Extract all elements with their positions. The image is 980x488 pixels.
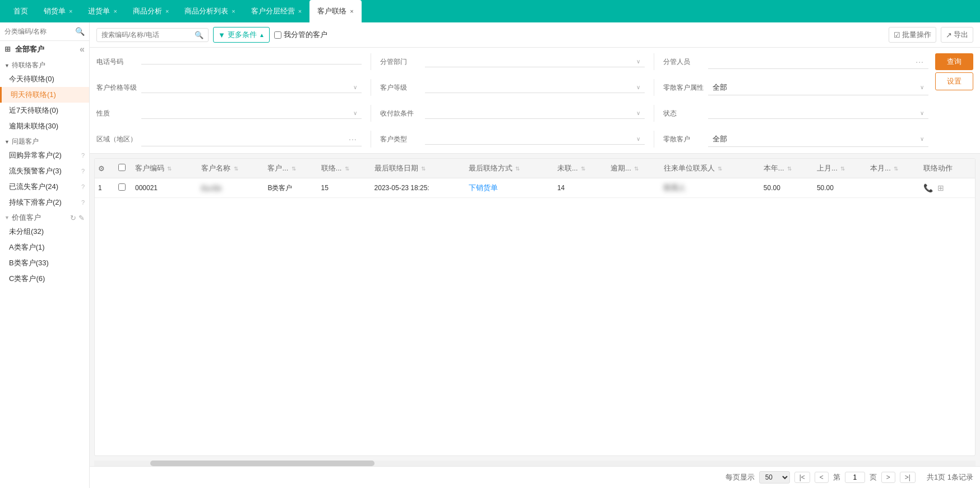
filter-retail-attr-select[interactable]: 全部 ∨ bbox=[708, 80, 928, 95]
reset-btn[interactable]: 设置 bbox=[935, 72, 973, 90]
filter-customer-type: 客户类型 ∨ bbox=[380, 133, 645, 145]
col-this-year[interactable]: 本年... ⇅ bbox=[760, 159, 813, 178]
my-customers-checkbox[interactable] bbox=[274, 31, 281, 39]
filter-price-level-select[interactable]: ∨ bbox=[141, 82, 362, 93]
filter-phone-input[interactable] bbox=[141, 59, 362, 65]
nav-home[interactable]: 首页 bbox=[6, 0, 36, 22]
cell-last-method[interactable]: 下销货单 bbox=[465, 178, 554, 198]
last-page-btn[interactable]: >| bbox=[900, 472, 916, 483]
col-type[interactable]: 客户... ⇅ bbox=[264, 159, 317, 178]
col-unlinked[interactable]: 未联... ⇅ bbox=[554, 159, 607, 178]
row-phone-icon[interactable]: 📞 bbox=[923, 183, 933, 192]
next-page-btn[interactable]: > bbox=[881, 472, 895, 483]
cell-overdue bbox=[607, 178, 660, 198]
sidebar-group-pending: 待联络客户 bbox=[0, 58, 89, 71]
col-name[interactable]: 客户名称 ⇅ bbox=[198, 159, 264, 178]
sidebar-search-icon[interactable]: 🔍 bbox=[75, 27, 85, 36]
filter-status-select[interactable]: ∨ bbox=[708, 108, 928, 119]
col-gear[interactable]: ⚙ bbox=[95, 159, 115, 178]
batch-op-btn[interactable]: ☑ 批量操作 bbox=[889, 27, 936, 43]
search-icon[interactable]: 🔍 bbox=[195, 31, 204, 39]
sidebar-item-class-b[interactable]: B类客户(33) bbox=[0, 255, 89, 271]
col-check bbox=[115, 159, 132, 178]
select-all-checkbox[interactable] bbox=[118, 164, 126, 171]
all-customers-header[interactable]: ⊞ 全部客户 « bbox=[0, 41, 89, 58]
nav-analysis-list[interactable]: 商品分析列表 × bbox=[177, 0, 243, 22]
filter-dept-select[interactable]: ∨ bbox=[425, 56, 645, 67]
nav-close-purchase[interactable]: × bbox=[113, 8, 117, 15]
nav-sales[interactable]: 销货单 × bbox=[36, 0, 80, 22]
filter-customer-type-select[interactable]: ∨ bbox=[425, 133, 645, 145]
my-customers-checkbox-area[interactable]: 我分管的客户 bbox=[274, 30, 327, 40]
cell-last-date: 2023-05-23 18:25: bbox=[371, 178, 465, 198]
cell-index: 1 bbox=[95, 178, 115, 198]
help-icon-declining[interactable]: ? bbox=[81, 199, 85, 206]
col-contacts[interactable]: 往来单位联系人 ⇅ bbox=[660, 159, 760, 178]
sort-contacts-icon: ⇅ bbox=[718, 165, 722, 172]
value-refresh-icon[interactable]: ↻ bbox=[70, 214, 76, 222]
filter-payment-select[interactable]: ∨ bbox=[425, 108, 645, 119]
filter-customer-level-select[interactable]: ∨ bbox=[425, 82, 645, 93]
filter-region-select[interactable]: ··· bbox=[141, 132, 362, 146]
sidebar-item-churned[interactable]: 已流失客户(24) ? bbox=[0, 179, 89, 195]
sidebar-item-7days[interactable]: 近7天待联络(0) bbox=[0, 103, 89, 118]
row-menu-icon[interactable]: ⊞ bbox=[937, 183, 944, 192]
top-navigation: 首页 销货单 × 进货单 × 商品分析 × 商品分析列表 × 客户分层经营 × … bbox=[0, 0, 980, 22]
nav-analysis[interactable]: 商品分析 × bbox=[125, 0, 177, 22]
grid-icon: ⊞ bbox=[4, 45, 11, 53]
sidebar-item-today[interactable]: 今天待联络(0) bbox=[0, 71, 89, 87]
last-method-link[interactable]: 下销货单 bbox=[469, 183, 498, 192]
sidebar-item-churn-warning[interactable]: 流失预警客户(3) ? bbox=[0, 163, 89, 179]
export-btn[interactable]: ↗ 导出 bbox=[941, 27, 973, 43]
search-input[interactable] bbox=[101, 31, 195, 39]
col-last-method[interactable]: 最后联络方式 ⇅ bbox=[465, 159, 554, 178]
row-checkbox[interactable] bbox=[118, 183, 126, 191]
sort-last-month-icon: ⇅ bbox=[840, 165, 845, 172]
help-icon-churn-warning[interactable]: ? bbox=[81, 168, 85, 174]
sidebar-search-input[interactable] bbox=[4, 27, 75, 35]
right-actions: ☑ 批量操作 ↗ 导出 bbox=[889, 27, 973, 43]
filter-nature-select[interactable]: ∨ bbox=[141, 108, 362, 119]
nav-close-customer-contact[interactable]: × bbox=[350, 8, 353, 15]
nav-close-customer-layered[interactable]: × bbox=[298, 8, 302, 15]
sort-type-icon: ⇅ bbox=[292, 165, 296, 172]
nav-customer-contact[interactable]: 客户联络 × bbox=[309, 0, 361, 22]
value-edit-icon[interactable]: ✎ bbox=[78, 214, 85, 222]
help-icon-repurchase[interactable]: ? bbox=[81, 152, 85, 159]
col-code[interactable]: 客户编码 ⇅ bbox=[132, 159, 198, 178]
filter-more-btn[interactable]: ▼ 更多条件 ▲ bbox=[213, 27, 270, 43]
horizontal-scrollbar[interactable] bbox=[94, 461, 976, 466]
payment-arrow-icon: ∨ bbox=[636, 110, 640, 116]
nav-customer-layered[interactable]: 客户分层经营 × bbox=[243, 0, 309, 22]
col-last-month[interactable]: 上月... ⇅ bbox=[813, 159, 867, 178]
prev-page-btn[interactable]: < bbox=[815, 472, 829, 483]
sidebar-item-class-a[interactable]: A类客户(1) bbox=[0, 240, 89, 255]
col-overdue[interactable]: 逾期... ⇅ bbox=[607, 159, 660, 178]
sidebar-item-repurchase-abnormal[interactable]: 回购异常客户(2) ? bbox=[0, 148, 89, 163]
help-icon-churned[interactable]: ? bbox=[81, 183, 85, 190]
col-this-month[interactable]: 本月... ⇅ bbox=[867, 159, 920, 178]
filter-manager-select[interactable]: ··· bbox=[708, 55, 928, 69]
col-last-date[interactable]: 最后联络日期 ⇅ bbox=[371, 159, 465, 178]
filter-arrow-icon: ▲ bbox=[259, 32, 265, 38]
page-number-input[interactable] bbox=[845, 472, 865, 483]
sort-contact-count-icon: ⇅ bbox=[345, 165, 349, 172]
sidebar-item-declining[interactable]: 持续下滑客户(2) ? bbox=[0, 195, 89, 210]
query-btn[interactable]: 查询 bbox=[935, 53, 973, 70]
cell-this-year: 50.00 bbox=[760, 178, 813, 198]
page-size-select[interactable]: 50 100 200 bbox=[759, 471, 790, 484]
nav-close-analysis-list[interactable]: × bbox=[232, 8, 235, 15]
sidebar-item-class-c[interactable]: C类客户(6) bbox=[0, 271, 89, 287]
cell-last-month: 50.00 bbox=[813, 178, 867, 198]
col-contact-count[interactable]: 联络... ⇅ bbox=[318, 159, 371, 178]
filter-retail-select[interactable]: 全部 ∨ bbox=[708, 132, 928, 147]
sidebar-item-overdue[interactable]: 逾期未联络(30) bbox=[0, 118, 89, 134]
nav-close-sales[interactable]: × bbox=[69, 8, 72, 15]
sidebar-item-unclassified[interactable]: 未分组(32) bbox=[0, 224, 89, 240]
nav-purchase[interactable]: 进货单 × bbox=[80, 0, 124, 22]
sidebar-item-tomorrow[interactable]: 明天待联络(1) bbox=[0, 87, 89, 103]
first-page-btn[interactable]: |< bbox=[794, 472, 810, 483]
nav-close-analysis[interactable]: × bbox=[165, 8, 169, 15]
scroll-thumb[interactable] bbox=[150, 461, 375, 466]
sidebar-collapse-btn[interactable]: « bbox=[80, 44, 85, 54]
